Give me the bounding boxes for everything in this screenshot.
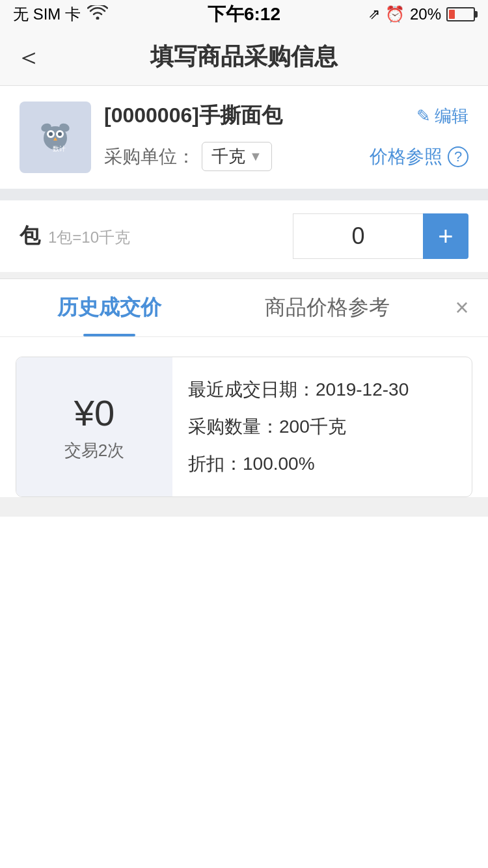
product-name: [0000006]手撕面包	[104, 102, 282, 130]
discount-value: 100.00%	[243, 454, 315, 474]
history-details: 最近成交日期：2019-12-30 采购数量：200千克 折扣：100.00%	[172, 357, 472, 496]
quantity-plus-button[interactable]: +	[423, 213, 468, 259]
quantity-input[interactable]: 0	[293, 213, 423, 259]
purchase-qty-label: 采购数量：	[188, 416, 279, 437]
price-ref-label: 价格参照	[370, 144, 442, 169]
alarm-icon: ⏰	[385, 5, 405, 23]
history-price-symbol: ¥	[74, 392, 94, 433]
history-recent-date-row: 最近成交日期：2019-12-30	[188, 377, 456, 402]
tab-history-price[interactable]: 历史成交价	[0, 279, 218, 336]
status-bar: 无 SIM 卡 下午6:12 ⇗ ⏰ 20%	[0, 0, 488, 29]
svg-point-5	[58, 132, 62, 136]
tab-history-label: 历史成交价	[57, 293, 161, 322]
unit-label: 采购单位：	[104, 144, 195, 169]
history-purchase-qty-row: 采购数量：200千克	[188, 414, 456, 439]
quantity-unit: 包	[20, 222, 40, 251]
quantity-conversion: 1包=10千克	[48, 227, 130, 248]
history-price-summary: ¥0 交易2次	[16, 357, 172, 496]
recent-date-label: 最近成交日期：	[188, 379, 316, 400]
history-price-number: 0	[94, 392, 115, 433]
quantity-section: 包 1包=10千克 0 +	[0, 200, 488, 272]
quantity-value: 0	[351, 223, 364, 250]
edit-label: 编辑	[435, 105, 468, 128]
nav-bar: ＜ 填写商品采购信息	[0, 29, 488, 86]
quantity-input-group: 0 +	[293, 213, 468, 259]
product-info: [0000006]手撕面包 ✎ 编辑 采购单位： 千克 ▼ 价格参照 ?	[104, 102, 468, 171]
status-left: 无 SIM 卡	[13, 4, 108, 25]
battery-percent: 20%	[410, 5, 441, 23]
product-name-row: [0000006]手撕面包 ✎ 编辑	[104, 102, 468, 130]
tabs-close-button[interactable]: ×	[436, 279, 488, 336]
page-title: 填写商品采购信息	[150, 41, 338, 73]
history-card: ¥0 交易2次 最近成交日期：2019-12-30 采购数量：200千克 折扣：…	[16, 357, 472, 497]
unit-value: 千克	[211, 145, 245, 168]
help-icon: ?	[448, 146, 468, 167]
tabs-section: 历史成交价 商品价格参考 × ¥0 交易2次 最近成交日期：2019-12-30…	[0, 278, 488, 497]
edit-icon: ✎	[416, 106, 431, 126]
edit-button[interactable]: ✎ 编辑	[416, 105, 468, 128]
product-image: 数计	[34, 113, 76, 161]
product-thumbnail: 数计	[20, 102, 91, 173]
dropdown-icon: ▼	[249, 149, 262, 164]
unit-select[interactable]: 千克 ▼	[202, 142, 272, 171]
price-reference-button[interactable]: 价格参照 ?	[370, 144, 468, 169]
history-transaction-count: 交易2次	[64, 439, 124, 462]
tab-price-ref-label: 商品价格参考	[265, 293, 390, 322]
history-price-value: ¥0	[74, 392, 115, 434]
unit-row: 采购单位： 千克 ▼ 价格参照 ?	[104, 142, 468, 171]
discount-label: 折扣：	[188, 454, 243, 474]
tab-active-indicator	[83, 334, 135, 336]
section-divider	[0, 189, 488, 200]
history-discount-row: 折扣：100.00%	[188, 451, 456, 476]
main-content-area	[0, 517, 488, 868]
quantity-label-group: 包 1包=10千克	[20, 222, 130, 251]
purchase-qty-value: 200千克	[279, 416, 346, 437]
product-section: 数计 [0000006]手撕面包 ✎ 编辑 采购单位： 千克 ▼	[0, 86, 488, 189]
back-button[interactable]: ＜	[16, 39, 42, 75]
recent-date-value: 2019-12-30	[316, 379, 409, 400]
wifi-icon	[87, 5, 108, 23]
tab-product-price-ref[interactable]: 商品价格参考	[218, 279, 436, 336]
svg-point-4	[49, 132, 53, 136]
location-icon: ⇗	[368, 6, 380, 23]
status-right: ⇗ ⏰ 20%	[368, 5, 475, 23]
status-time: 下午6:12	[208, 2, 280, 27]
product-row: 数计 [0000006]手撕面包 ✎ 编辑 采购单位： 千克 ▼	[20, 102, 468, 173]
battery-icon	[446, 7, 475, 21]
tabs-header: 历史成交价 商品价格参考 ×	[0, 279, 488, 337]
carrier-text: 无 SIM 卡	[13, 4, 81, 25]
svg-point-0	[96, 17, 100, 20]
svg-text:数计: 数计	[53, 145, 66, 152]
